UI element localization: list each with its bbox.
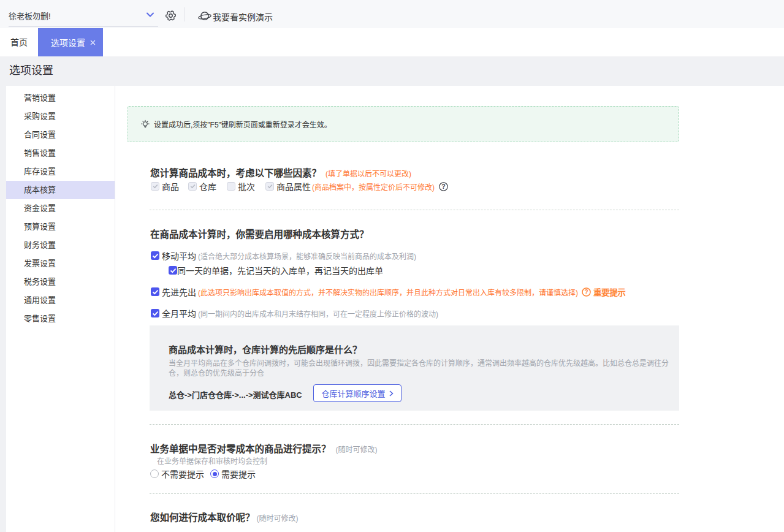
svg-text:?: ? [441,183,445,190]
svg-text:?: ? [584,289,588,295]
